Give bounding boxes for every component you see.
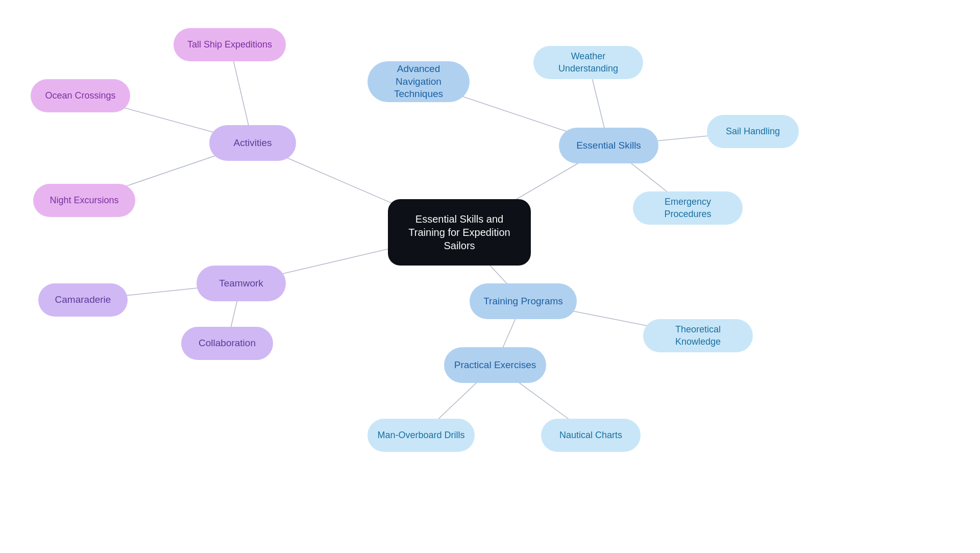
node-theoretical[interactable]: Theoretical Knowledge (643, 319, 753, 352)
node-activities[interactable]: Activities (209, 125, 296, 161)
node-adv-nav[interactable]: Advanced Navigation Techniques (368, 61, 470, 102)
node-center[interactable]: Essential Skills and Training for Expedi… (388, 199, 531, 266)
node-essential-skills[interactable]: Essential Skills (559, 128, 658, 163)
node-weather[interactable]: Weather Understanding (533, 46, 643, 79)
node-night-excursions[interactable]: Night Excursions (33, 184, 135, 217)
node-tall-ship[interactable]: Tall Ship Expeditions (174, 28, 286, 61)
node-camaraderie[interactable]: Camaraderie (38, 283, 128, 317)
mind-map-container: Essential Skills and Training for Expedi… (0, 0, 980, 553)
node-sail-handling[interactable]: Sail Handling (707, 115, 799, 148)
node-teamwork[interactable]: Teamwork (197, 266, 286, 301)
node-emergency[interactable]: Emergency Procedures (633, 191, 743, 225)
connections-svg (0, 0, 980, 553)
node-collaboration[interactable]: Collaboration (181, 327, 273, 360)
node-nautical-charts[interactable]: Nautical Charts (541, 419, 641, 452)
node-training-programs[interactable]: Training Programs (470, 283, 577, 319)
node-mob-drills[interactable]: Man-Overboard Drills (368, 419, 475, 452)
node-practical[interactable]: Practical Exercises (444, 347, 546, 383)
node-ocean-crossings[interactable]: Ocean Crossings (31, 79, 130, 112)
